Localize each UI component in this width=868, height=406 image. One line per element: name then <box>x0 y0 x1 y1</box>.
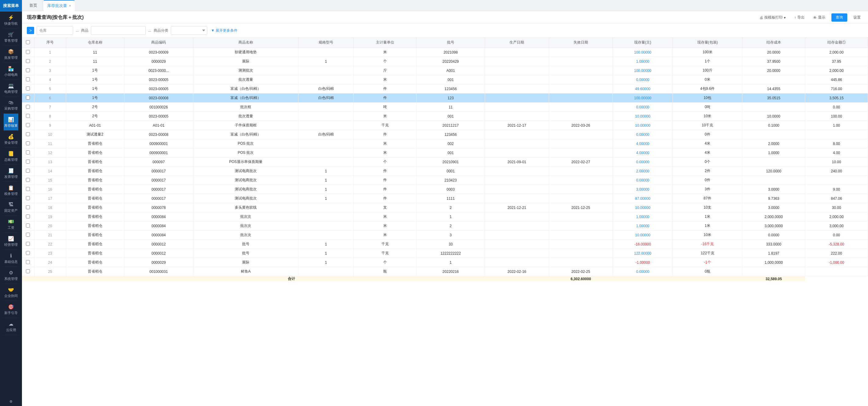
row-checkbox-11[interactable] <box>26 150 30 155</box>
tab-close-icon[interactable]: × <box>69 4 71 8</box>
row-checkbox-13[interactable] <box>26 169 30 173</box>
category-select[interactable] <box>171 26 207 35</box>
cell-21-12: -5,328.00 <box>805 240 868 249</box>
sidebar-item-basic-info[interactable]: ℹ基础信息 <box>4 250 18 267</box>
select-all-checkbox[interactable] <box>26 40 30 44</box>
sidebar-item-micro-shop[interactable]: 🏪小胡电商 <box>4 63 18 80</box>
sidebar-item-invoice[interactable]: 🧾发票管理 <box>4 165 18 182</box>
row-checkbox-24[interactable] <box>26 269 30 273</box>
sidebar-logo[interactable]: 搜索菜单 <box>0 0 22 11</box>
cell-2-9[interactable]: 100.00000 <box>613 66 673 75</box>
cell-13-2: 0000017 <box>124 167 193 176</box>
sidebar-item-quick-nav[interactable]: ⚡快捷导航 <box>4 11 18 29</box>
cell-0-9[interactable]: 100.00000 <box>613 48 673 57</box>
total-qty-main: 6,302.60000 <box>549 276 613 282</box>
print-btn[interactable]: 🖨 按模板打印 ▾ <box>757 14 788 21</box>
cell-22-10: 122千克 <box>673 249 742 258</box>
cell-17-9[interactable]: 10.00000 <box>613 203 673 212</box>
cell-3-9[interactable]: 0.00000 <box>613 75 673 84</box>
row-checkbox-4[interactable] <box>26 87 30 91</box>
sidebar-item-tax[interactable]: 📋税务管理 <box>4 182 18 199</box>
row-checkbox-20[interactable] <box>26 233 30 237</box>
sidebar-item-hr[interactable]: 💵工资 <box>4 216 18 233</box>
row-checkbox-1[interactable] <box>26 59 30 63</box>
cell-16-2: 0000017 <box>124 194 193 203</box>
row-checkbox-22[interactable] <box>26 251 30 255</box>
product-input[interactable] <box>91 26 146 35</box>
cell-24-9[interactable]: 0.00000 <box>613 267 673 276</box>
cell-22-9[interactable]: 122.00000 <box>613 249 673 258</box>
sidebar-item-ecommerce[interactable]: 💻电商管理 <box>4 80 18 97</box>
tab-active[interactable]: 库存批次量 × <box>43 0 75 11</box>
cell-13-9[interactable]: 2.00000 <box>613 167 673 176</box>
sidebar-item-inventory[interactable]: 📊库存核算 <box>4 113 18 131</box>
cell-5-8 <box>549 94 613 103</box>
row-checkbox-0[interactable] <box>26 50 30 54</box>
warehouse-input[interactable] <box>37 26 73 35</box>
row-checkbox-7[interactable] <box>26 114 30 118</box>
query-btn[interactable]: 查询 <box>831 13 847 22</box>
cell-11-9[interactable]: 4.00000 <box>613 148 673 158</box>
new-guide-label: 新手引导 <box>4 311 18 315</box>
row-checkbox-5[interactable] <box>26 96 30 100</box>
tab-home[interactable]: 首页 <box>24 0 42 11</box>
cell-19-5: 米 <box>354 222 416 231</box>
row-checkbox-10[interactable] <box>26 141 30 145</box>
row-checkbox-15[interactable] <box>26 187 30 191</box>
cell-10-3: POS 批次 <box>193 139 299 148</box>
row-checkbox-2[interactable] <box>26 68 30 72</box>
export-btn[interactable]: ↑ 导出 <box>792 14 807 21</box>
row-checkbox-23[interactable] <box>26 260 30 264</box>
sidebar-item-wholesale[interactable]: 📦批发管理 <box>4 46 18 63</box>
cell-1-9[interactable]: 1.00000 <box>613 57 673 66</box>
row-checkbox-12[interactable] <box>26 160 30 164</box>
sidebar-item-general[interactable]: 📒总账管理 <box>4 148 18 165</box>
settings-item[interactable]: ⚙ <box>0 397 22 406</box>
cell-6-9[interactable]: 0.00000 <box>613 103 673 112</box>
sidebar-item-cloud-apps[interactable]: ☁云应用 <box>4 318 18 335</box>
cell-0-12: 2,000.00 <box>805 48 868 57</box>
cell-12-9[interactable]: 0.00000 <box>613 158 673 167</box>
cell-23-9[interactable]: -1.00000 <box>613 258 673 267</box>
cell-5-9[interactable]: 100.00000 <box>613 94 673 103</box>
row-checkbox-21[interactable] <box>26 242 30 246</box>
sidebar-item-biz-mgmt[interactable]: 📈经营管理 <box>4 233 18 250</box>
cell-7-9[interactable]: 10.00000 <box>613 112 673 121</box>
row-checkbox-14[interactable] <box>26 178 30 182</box>
row-checkbox-8[interactable] <box>26 123 30 127</box>
table-row: 2110000029展际1个202204291.000001个37.950037… <box>22 57 868 66</box>
row-checkbox-9[interactable] <box>26 132 30 136</box>
sidebar-item-retail[interactable]: 🛒零售管理 <box>4 29 18 46</box>
row-checkbox-16[interactable] <box>26 196 30 200</box>
general-label: 总账管理 <box>4 158 18 162</box>
settings-btn[interactable]: 设置 <box>851 14 863 21</box>
cell-18-9[interactable]: 1.00000 <box>613 212 673 222</box>
main-area: 首页 库存批次量 × 现存量查询(按仓库＋批次) 🖨 按模板打印 ▾ ↑ 导出 <box>22 0 868 406</box>
cell-4-9[interactable]: 49.60000 <box>613 84 673 94</box>
row-checkbox-18[interactable] <box>26 214 30 218</box>
row-checkbox-17[interactable] <box>26 205 30 209</box>
display-btn[interactable]: 👁 显示 <box>811 14 828 21</box>
cell-6-8 <box>549 103 613 112</box>
cell-8-9[interactable]: 10.00000 <box>613 121 673 130</box>
cell-20-9[interactable]: 10.00000 <box>613 231 673 240</box>
sidebar-item-purchase[interactable]: 🛍采购管理 <box>4 97 18 113</box>
cell-14-9[interactable]: 0.00000 <box>613 176 673 185</box>
expand-conditions-btn[interactable]: ▼ 展开更多条件 <box>210 27 239 34</box>
sidebar-item-new-guide[interactable]: 🎯新手引导 <box>4 301 18 318</box>
cell-15-9[interactable]: 3.00000 <box>613 185 673 194</box>
sidebar-item-assets[interactable]: 💰资金管理 <box>4 131 18 148</box>
cell-9-9[interactable]: 0.00000 <box>613 130 673 139</box>
row-checkbox-3[interactable] <box>26 77 30 81</box>
row-checkbox-6[interactable] <box>26 105 30 109</box>
cell-19-9[interactable]: 1.00000 <box>613 222 673 231</box>
row-checkbox-19[interactable] <box>26 224 30 228</box>
sidebar-item-sys-mgmt[interactable]: ⚙系统管理 <box>4 267 18 284</box>
sidebar-item-fixed-assets[interactable]: 🏗固定资产 <box>4 199 18 216</box>
cell-10-9[interactable]: 4.00000 <box>613 139 673 148</box>
cell-21-9[interactable]: -16.00000 <box>613 240 673 249</box>
ecommerce-label: 电商管理 <box>4 90 18 94</box>
sidebar-item-enterprise[interactable]: 🤝企业协同 <box>4 284 18 301</box>
cell-16-9[interactable]: 87.00000 <box>613 194 673 203</box>
filter-expand-btn[interactable]: > <box>27 27 34 34</box>
